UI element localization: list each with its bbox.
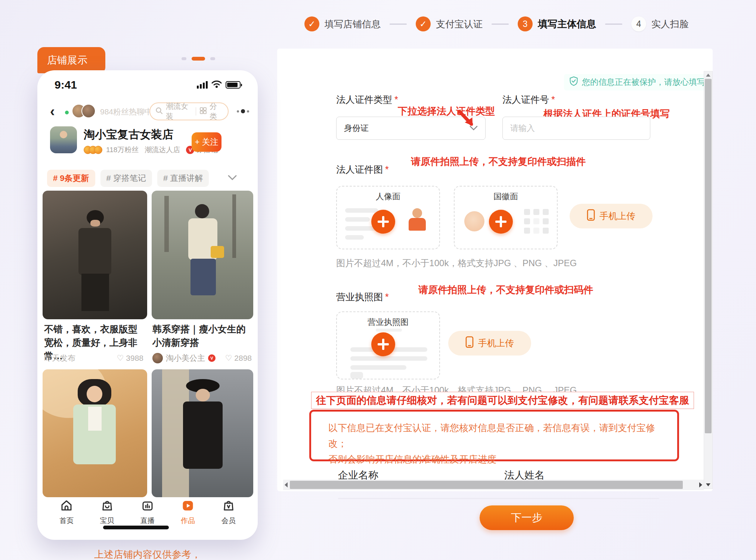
author-avatar xyxy=(152,353,163,363)
back-icon[interactable]: ‹ xyxy=(50,103,55,120)
id-photo-annotation: 请原件拍照上传，不支持复印件或扫描件 xyxy=(411,155,586,168)
carousel-dot-active[interactable] xyxy=(192,57,205,61)
nav-item-works[interactable]: 作品 xyxy=(172,499,204,526)
text-grid-decoration xyxy=(524,209,549,234)
id-card-illustration xyxy=(455,202,557,243)
check-icon: ✓ xyxy=(304,16,319,31)
annotation-arrow-icon xyxy=(456,110,478,132)
follow-button[interactable]: + 关注 xyxy=(192,132,221,152)
search-bar[interactable]: 潮流女装 分类 xyxy=(149,102,229,120)
upload-business-license[interactable]: 营业执照图 xyxy=(336,311,440,379)
shop-preview-tab[interactable]: 店铺展示 xyxy=(37,47,105,73)
step-label: 实人扫脸 xyxy=(651,18,689,30)
nav-item-home[interactable]: 首页 xyxy=(50,499,83,526)
online-dot xyxy=(65,111,69,114)
license-annotation: 请原件拍照上传，不支持复印件或扫码件 xyxy=(418,283,593,296)
fans-chat-label[interactable]: 984粉丝热聊中 xyxy=(100,107,152,117)
required-mark: * xyxy=(394,94,398,105)
shop-preview-tab-label: 店铺展示 xyxy=(47,53,87,67)
stepper-step-subject-info: 3 填写主体信息 xyxy=(518,16,596,31)
scroll-left-arrow[interactable] xyxy=(285,482,288,487)
post-caption[interactable]: 韩系穿搭｜瘦小女生的小清新穿搭 xyxy=(152,322,252,349)
heart-icon[interactable]: ♡ xyxy=(117,354,124,363)
protect-note-text: 您的信息正在被保护，请放心填写 xyxy=(582,77,705,88)
home-indicator xyxy=(103,526,169,529)
post-date: 昨天发布 xyxy=(44,353,75,363)
works-play-icon xyxy=(181,499,195,514)
plus-icon[interactable] xyxy=(489,210,513,234)
upload-title: 营业执照图 xyxy=(337,317,439,328)
id-number-input[interactable] xyxy=(502,117,650,140)
vertical-scrollbar-thumb[interactable] xyxy=(705,79,712,433)
wifi-icon xyxy=(211,80,222,90)
required-mark: * xyxy=(551,94,555,105)
next-step-button[interactable]: 下一步 xyxy=(480,505,574,530)
followers-count: 118万粉丝 xyxy=(106,145,139,155)
carousel-dots[interactable] xyxy=(182,57,215,61)
stepper-connector xyxy=(390,24,407,25)
step-number: 3 xyxy=(518,16,533,31)
shop-avatar xyxy=(50,126,77,153)
mobile-upload-label: 手机上传 xyxy=(478,337,514,349)
nav-item-items[interactable]: 宝贝 xyxy=(91,499,123,526)
step-label: 填写主体信息 xyxy=(538,18,596,31)
plus-icon[interactable] xyxy=(371,210,395,234)
search-keyword: 潮流女装 xyxy=(166,101,192,121)
medal-icon xyxy=(94,146,102,154)
post-photo[interactable] xyxy=(152,191,253,319)
phone-icon xyxy=(465,336,474,350)
step-label: 支付宝认证 xyxy=(436,18,483,30)
author-name: 淘小美公主 xyxy=(166,353,205,363)
shield-check-icon xyxy=(569,76,578,88)
scroll-up-arrow[interactable] xyxy=(706,74,710,77)
more-icon[interactable] xyxy=(237,109,249,113)
upload-title: 人像面 xyxy=(337,191,439,202)
post-meta: 昨天发布 ♡ 3988 xyxy=(44,353,143,363)
nav-label: 作品 xyxy=(181,516,195,526)
grid-icon xyxy=(200,107,207,116)
chevron-down-icon[interactable] xyxy=(227,175,237,182)
signal-icon xyxy=(197,81,208,89)
member-bag-icon xyxy=(221,499,236,514)
mobile-upload-button[interactable]: 手机上传 xyxy=(570,204,653,228)
upload-portrait-side[interactable]: 人像面 xyxy=(336,186,440,249)
scroll-down-arrow[interactable] xyxy=(706,483,710,486)
protect-note: 您的信息正在被保护，请放心填写 xyxy=(564,74,710,90)
onboarding-stepper: ✓ 填写店铺信息 ✓ 支付宝认证 3 填写主体信息 4 实人扫脸 xyxy=(304,16,689,31)
stepper-connector xyxy=(605,24,622,25)
like-count: 2898 xyxy=(234,354,252,363)
id-type-label: 法人证件类型* xyxy=(336,93,398,106)
horizontal-scrollbar-thumb[interactable] xyxy=(290,481,683,489)
post-photo[interactable] xyxy=(152,369,253,497)
emblem-icon xyxy=(464,211,484,231)
search-category: 分类 xyxy=(210,101,223,121)
nav-item-member[interactable]: 会员 xyxy=(213,499,245,526)
tab-live-explain[interactable]: # 直播讲解 xyxy=(157,170,209,187)
upload-title: 国徽面 xyxy=(455,191,557,202)
status-icons xyxy=(197,80,241,90)
tab-updates[interactable]: # 9条更新 xyxy=(47,170,95,187)
required-mark: * xyxy=(385,164,389,175)
carousel-dot[interactable] xyxy=(182,57,186,60)
upload-emblem-side[interactable]: 国徽面 xyxy=(454,186,558,249)
heart-icon[interactable]: ♡ xyxy=(225,354,232,363)
nav-item-live[interactable]: 直播 xyxy=(131,499,164,526)
id-type-value: 身份证 xyxy=(344,123,369,134)
stepper-step-shop-info: ✓ 填写店铺信息 xyxy=(304,16,381,31)
vertical-scrollbar[interactable] xyxy=(704,71,713,489)
post-photo[interactable] xyxy=(43,191,147,319)
alipay-notice-line1: 以下信息已在支付宝认证，请您核对信息是否正确，若信息有误，请到支付宝修改； xyxy=(328,420,662,451)
id-photo-label: 法人证件图* xyxy=(336,163,389,176)
shop-tag: 潮流达人店 xyxy=(145,145,180,155)
scroll-right-arrow[interactable] xyxy=(699,482,702,487)
carousel-dot[interactable] xyxy=(210,57,215,60)
id-type-annotation: 下拉选择法人证件类型 xyxy=(398,105,495,118)
plus-icon[interactable] xyxy=(371,332,395,356)
home-icon xyxy=(59,499,74,514)
mobile-upload-button[interactable]: 手机上传 xyxy=(448,331,531,356)
verified-badge-icon: V xyxy=(208,354,216,362)
tab-outfit-notes[interactable]: # 穿搭笔记 xyxy=(100,170,152,187)
post-photo[interactable] xyxy=(43,369,147,497)
horizontal-scrollbar[interactable] xyxy=(283,480,704,490)
phone-header: ‹ 984粉丝热聊中 › 潮流女装 xyxy=(37,103,258,122)
